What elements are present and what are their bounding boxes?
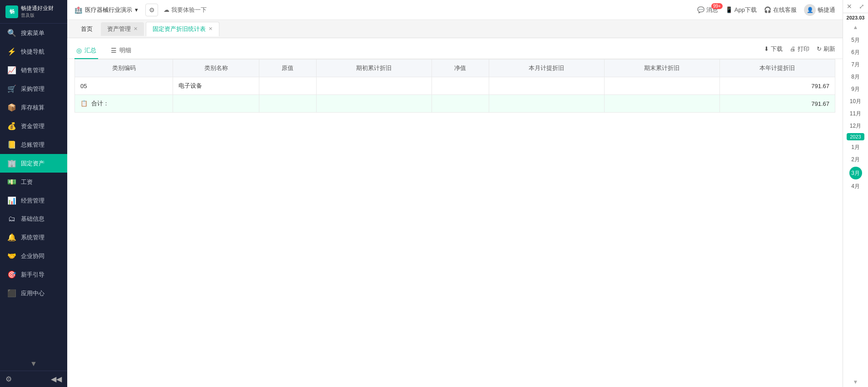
- sidebar-settings-icon[interactable]: ⚙: [5, 375, 12, 383]
- company-name: 医疗器械行业演示: [85, 6, 132, 14]
- sidebar-item-quicknav[interactable]: ⚡ 快捷导航: [0, 42, 67, 61]
- sidebar-item-system[interactable]: 🔔 系统管理: [0, 228, 67, 247]
- payroll-label: 工资: [21, 178, 33, 186]
- sidebar-item-operations[interactable]: 📊 经营管理: [0, 191, 67, 210]
- subtotal-net-value: [432, 95, 489, 113]
- timeline-month-10月[interactable]: 10月: [843, 95, 868, 108]
- timeline-month-12月[interactable]: 12月: [843, 120, 868, 132]
- sidebar-item-ledger[interactable]: 📒 总账管理: [0, 135, 67, 154]
- ledger-label: 总账管理: [21, 141, 45, 149]
- experience-label: 我要体验一下: [171, 6, 207, 14]
- tab-depreciation-close[interactable]: ✕: [208, 26, 213, 32]
- experience-icon: ☁: [164, 6, 169, 13]
- sidebar-item-payroll[interactable]: 💵 工资: [0, 173, 67, 191]
- subtotal-monthly-dep: [489, 95, 604, 113]
- tab-depreciation[interactable]: 固定资产折旧统计表 ✕: [146, 22, 219, 36]
- logo-text: 畅捷通好业财 普及版: [21, 5, 54, 19]
- refresh-icon: ↻: [817, 45, 822, 52]
- message-button[interactable]: 💬 消息 99+: [697, 6, 718, 14]
- company-dropdown-icon: ▾: [135, 6, 138, 13]
- cell-net-value: [432, 77, 489, 95]
- col-name: 类别名称: [173, 60, 259, 77]
- app-download-button[interactable]: 📱 App下载: [725, 6, 757, 14]
- tab-asset-mgmt-close[interactable]: ✕: [134, 26, 138, 32]
- company-selector[interactable]: 🏥 医疗器械行业演示 ▾: [74, 6, 138, 14]
- detail-icon: ☰: [111, 47, 117, 54]
- timeline-month-11月[interactable]: 11月: [843, 108, 868, 120]
- timeline-year-2023[interactable]: 2023: [847, 133, 864, 140]
- sidebar-item-fixed-assets[interactable]: 🏢 固定资产: [0, 154, 67, 173]
- sidebar-collapse-icon[interactable]: ◀◀: [51, 375, 62, 383]
- tab-home[interactable]: 首页: [74, 22, 99, 36]
- cooperation-icon: 🤝: [7, 252, 16, 260]
- timeline-panel: ✕ ⤢ 2023.03 ▲ 5月6月7月8月9月10月11月12月20231月2…: [843, 0, 868, 387]
- timeline-month-4[interactable]: 4月: [843, 180, 868, 193]
- online-service-button[interactable]: 🎧 在线客服: [764, 6, 797, 14]
- sales-icon: 📈: [7, 66, 16, 74]
- timeline-scroll-down[interactable]: ▼: [843, 377, 868, 387]
- sidebar: 畅 畅捷通好业财 普及版 🔍 搜索菜单 ⚡ 快捷导航 📈 销售管理 🛒 采购管理…: [0, 0, 67, 387]
- sub-tabs: ◎ 汇总 ☰ 明细 ⬇ 下载 🖨 打印 ↻ 刷新: [67, 38, 843, 59]
- col-original: 原值: [259, 60, 317, 77]
- timeline-scroll-up[interactable]: ▲: [843, 22, 868, 32]
- download-label: 下载: [771, 45, 783, 53]
- tab-asset-mgmt-label: 资产管理: [107, 25, 131, 33]
- sub-tab-detail[interactable]: ☰ 明细: [109, 43, 133, 59]
- cell-name: 电子设备: [173, 77, 259, 95]
- col-net-value: 净值: [432, 60, 489, 77]
- sidebar-item-sales[interactable]: 📈 销售管理: [0, 61, 67, 79]
- subtotal-initial-dep: [316, 95, 432, 113]
- app-download-icon: 📱: [725, 6, 733, 13]
- inventory-label: 库存核算: [21, 104, 45, 112]
- sidebar-item-app-center[interactable]: ⬛ 应用中心: [0, 284, 67, 303]
- system-label: 系统管理: [21, 233, 45, 242]
- timeline-month-7月[interactable]: 7月: [843, 59, 868, 71]
- refresh-button[interactable]: ↻ 刷新: [817, 45, 835, 53]
- user-menu[interactable]: 👤 畅捷通: [804, 4, 835, 16]
- sidebar-scroll-down[interactable]: ▼: [0, 357, 67, 371]
- timeline-expand-button[interactable]: ⤢: [859, 3, 864, 10]
- experience-button[interactable]: ☁ 我要体验一下: [164, 6, 207, 14]
- sidebar-item-purchase[interactable]: 🛒 采购管理: [0, 79, 67, 98]
- sidebar-item-cooperation[interactable]: 🤝 企业协同: [0, 247, 67, 265]
- timeline-month-1月[interactable]: 1月: [843, 141, 868, 154]
- finance-label: 资金管理: [21, 122, 45, 130]
- sidebar-item-guide[interactable]: 🎯 新手引导: [0, 265, 67, 284]
- sidebar-item-finance[interactable]: 💰 资金管理: [0, 117, 67, 135]
- topbar-settings-button[interactable]: ⚙: [145, 4, 158, 16]
- col-monthly-dep: 本月计提折旧: [489, 60, 604, 77]
- timeline-month-2月[interactable]: 2月: [843, 154, 868, 166]
- sub-tab-summary[interactable]: ◎ 汇总: [74, 43, 98, 59]
- timeline-month-6月[interactable]: 6月: [843, 46, 868, 59]
- app-center-icon: ⬛: [7, 289, 16, 298]
- download-button[interactable]: ⬇ 下载: [764, 45, 783, 53]
- sidebar-item-basic-info[interactable]: 🗂 基础信息: [0, 210, 67, 228]
- print-button[interactable]: 🖨 打印: [790, 45, 809, 53]
- search-icon: 🔍: [7, 29, 16, 37]
- subtotal-end-dep: [604, 95, 719, 113]
- cell-annual-dep: 791.67: [719, 77, 835, 95]
- sidebar-item-search[interactable]: 🔍 搜索菜单: [0, 24, 67, 42]
- timeline-month-9月[interactable]: 9月: [843, 83, 868, 95]
- sidebar-item-inventory[interactable]: 📦 库存核算: [0, 98, 67, 117]
- timeline-month-5月[interactable]: 5月: [843, 34, 868, 46]
- refresh-label: 刷新: [823, 45, 835, 53]
- col-code: 类别编码: [75, 60, 173, 77]
- timeline-month-8月[interactable]: 8月: [843, 71, 868, 83]
- ledger-icon: 📒: [7, 140, 16, 149]
- tab-home-label: 首页: [81, 25, 93, 33]
- tabs-bar: 首页 资产管理 ✕ 固定资产折旧统计表 ✕: [67, 20, 843, 38]
- tab-depreciation-label: 固定资产折旧统计表: [153, 25, 206, 33]
- logo-icon: 畅: [5, 5, 18, 18]
- user-name: 畅捷通: [818, 6, 835, 14]
- timeline-month-3[interactable]: 3月: [849, 167, 862, 179]
- tab-asset-mgmt[interactable]: 资产管理 ✕: [101, 22, 144, 36]
- app-download-label: App下载: [734, 6, 757, 14]
- cell-monthly-dep: [489, 77, 604, 95]
- sales-label: 销售管理: [21, 66, 45, 74]
- guide-icon: 🎯: [7, 270, 16, 279]
- download-icon: ⬇: [764, 45, 769, 52]
- timeline-period-label: 2023.03: [843, 13, 868, 22]
- timeline-close-button[interactable]: ✕: [847, 3, 852, 10]
- basic-info-icon: 🗂: [7, 215, 16, 223]
